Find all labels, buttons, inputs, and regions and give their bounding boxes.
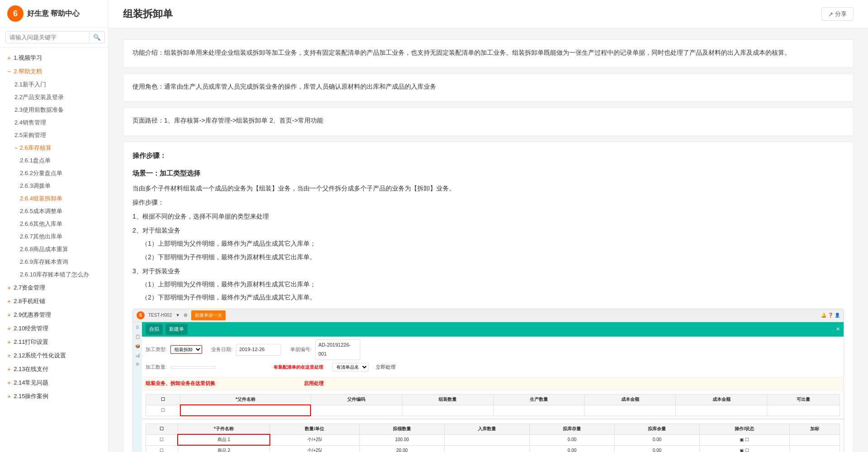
mock-label-type: 加工类型: bbox=[146, 345, 167, 354]
sidebar-item-bookfix[interactable]: 2.6.10库存账本错了怎么办 bbox=[0, 268, 108, 281]
plus-icon: + bbox=[7, 284, 11, 291]
scenario1-desc: 当由多个子件材料组装成一个成品的业务为【组装】业务，当由一个父件拆分成多个子产品… bbox=[132, 183, 844, 194]
sidebar-item-coupon[interactable]: + 2.9优惠券管理 bbox=[0, 308, 108, 322]
step2-sub2: （2）下部明细为子件明细，最终作为原材料生成其它出库单。 bbox=[142, 252, 844, 263]
intro-box-2: 使用角色：通常由生产人员或库管人员完成拆装业务的操作，库管人员确认原材料的出库和… bbox=[123, 73, 854, 102]
plus-icon: + bbox=[7, 379, 11, 386]
step1-text: 1、根据不同的业务，选择不同单据的类型来处理 bbox=[132, 211, 844, 222]
mock-select-clearlist[interactable]: 有清单品名 bbox=[332, 363, 368, 371]
mock-th-avail: 可出量 bbox=[767, 395, 840, 405]
mock-dropdown-icon: ▼ bbox=[175, 311, 180, 319]
sidebar-item-customize[interactable]: + 2.12系统个性化设置 bbox=[0, 349, 108, 362]
sidebar-sub-label: 2.6库存核算 bbox=[20, 144, 52, 152]
mock-label-id: 单据编号: bbox=[290, 345, 311, 354]
sidebar-item-label: 2.15操作案例 bbox=[14, 392, 48, 400]
sidebar-item-otheroutstock[interactable]: 2.6.7其他出库单 bbox=[0, 230, 108, 243]
mock-td-cost1 bbox=[585, 405, 676, 416]
mock-td-name bbox=[180, 405, 311, 416]
mock-ltd-name-2: 商品 2 bbox=[178, 445, 269, 452]
mock-ltd-in-2 bbox=[444, 445, 529, 452]
mock-settings-icon: ⚙ bbox=[184, 311, 188, 319]
mock-ltd-unit-2: 个/+25/ bbox=[270, 445, 360, 452]
mock-lth-planqty: 拟领数量 bbox=[359, 424, 444, 435]
mock-parent-input[interactable] bbox=[232, 408, 259, 413]
mock-ltd-cb-1: ☐ bbox=[146, 434, 178, 445]
mock-ltd-pr-2: 0.00 bbox=[614, 445, 699, 452]
plus-icon: + bbox=[7, 393, 11, 400]
sidebar-header: 6 好生意 帮助中心 bbox=[0, 0, 108, 28]
mock-lth-opstate: 操作/状态 bbox=[699, 424, 789, 435]
plus-icon: + bbox=[7, 54, 11, 62]
sidebar-item-mobile[interactable]: + 2.8手机旺铺 bbox=[0, 295, 108, 308]
sidebar-item-inventorybook[interactable]: 2.6.9库存账本查询 bbox=[0, 256, 108, 268]
sidebar-item-install[interactable]: 2.2产品安装及登录 bbox=[0, 91, 108, 104]
sidebar-item-label: 2.8手机旺铺 bbox=[14, 297, 45, 305]
sidebar-item-faq[interactable]: + 2.14常见问题 bbox=[0, 376, 108, 390]
steps-box: 操作步骤： 场景一：加工类型选择 当由多个子件材料组装成一个成品的业务为【组装】… bbox=[123, 142, 854, 452]
mock-lower-header-row: ☐ *子件名称 数量/单位 拟领数量 入库数量 拟库存量 拟库余量 操作/状态 bbox=[146, 424, 840, 435]
main-panel: 组装拆卸单 ↗ 分享 功能介绍：组装拆卸单用来处理企业组装或拆卸等加工业务，支持… bbox=[108, 0, 868, 452]
sidebar-item-assembly[interactable]: 2.6.4组装拆卸单 bbox=[0, 192, 108, 205]
mock-lth-planstock: 拟库存量 bbox=[529, 424, 614, 435]
sidebar-item-sales[interactable]: 2.4销售管理 bbox=[0, 116, 108, 129]
mock-ltd-ops-2: ▣ ☐ bbox=[699, 445, 789, 452]
scenario1-title: 场景一：加工类型选择 bbox=[132, 167, 844, 179]
mock-lower-thead: ☐ *子件名称 数量/单位 拟领数量 入库数量 拟库存量 拟库余量 操作/状态 bbox=[146, 424, 840, 435]
sidebar-item-label: 2.9优惠券管理 bbox=[14, 311, 51, 319]
minus-icon: − bbox=[7, 68, 11, 75]
logo-text: 好生意 帮助中心 bbox=[27, 9, 80, 19]
sidebar-sub-label: 2.3使用前数据准备 bbox=[14, 106, 64, 114]
share-icon: ↗ bbox=[828, 11, 833, 18]
mock-nav-icon-4: 📊 bbox=[135, 352, 140, 359]
share-button[interactable]: ↗ 分享 bbox=[821, 7, 854, 21]
sidebar-item-label: 2.12系统个性化设置 bbox=[14, 352, 66, 360]
mock-ltd-cb-2: ☐ bbox=[146, 445, 178, 452]
sidebar-item-otherinstock[interactable]: 2.6.6其他入库单 bbox=[0, 218, 108, 230]
sidebar-item-purchase[interactable]: 2.5采购管理 bbox=[0, 129, 108, 142]
sidebar-item-partcount[interactable]: 2.6.2分量盘点单 bbox=[0, 167, 108, 180]
mock-upper-header-row: ☐ *父件名称 父件编码 组装数量 生产数量 成本金额 成本金额 可出量 bbox=[146, 395, 840, 405]
mock-ltd-in-1 bbox=[444, 434, 529, 445]
mock-icons-right: 🔔 ❓ 👤 bbox=[821, 311, 840, 319]
step2-text: 2、对于组装业务 bbox=[132, 225, 844, 236]
mock-label-date: 业务日期: bbox=[211, 345, 232, 354]
mock-select-type[interactable]: 组装拆卸 bbox=[170, 345, 202, 354]
steps-title: 操作步骤： bbox=[132, 149, 844, 162]
mock-th-checkbox: ☐ bbox=[146, 395, 180, 405]
mock-td-qty bbox=[402, 405, 493, 416]
mock-annotation-band: 组装业务、拆卸业务在这里切换 启用处理 bbox=[142, 377, 844, 390]
sidebar-item-stockcount[interactable]: 2.6.1盘点单 bbox=[0, 154, 108, 167]
mock-nav-icon-5: ⚙ bbox=[136, 361, 139, 368]
sidebar-item-finance[interactable]: + 2.7资金管理 bbox=[0, 281, 108, 295]
sidebar-item-transfer[interactable]: 2.6.3调拨单 bbox=[0, 180, 108, 192]
sidebar-sub-label: 2.5采购管理 bbox=[14, 131, 46, 139]
logo-icon: 6 bbox=[7, 5, 24, 22]
sidebar-item-costrecalc[interactable]: 2.6.8商品成本重算 bbox=[0, 243, 108, 256]
mock-doc-area: 自拟 新建单 ✕ 加工类型: 组装拆卸 bbox=[142, 322, 844, 452]
sidebar-item-inventory[interactable]: − 2.6库存核算 bbox=[0, 142, 108, 154]
mock-upper-table-area: ☐ *父件名称 父件编码 组装数量 生产数量 成本金额 成本金额 可出量 bbox=[142, 390, 844, 418]
op-steps-title: 操作步骤： bbox=[132, 197, 844, 208]
sidebar-item-payment[interactable]: + 2.13在线支付 bbox=[0, 362, 108, 376]
plus-icon: + bbox=[7, 338, 11, 346]
sidebar-item-newuser[interactable]: 2.1新手入门 bbox=[0, 78, 108, 91]
sidebar-item-docs[interactable]: − 2.帮助文档 bbox=[0, 65, 108, 78]
sidebar-item-video[interactable]: + 1.视频学习 bbox=[0, 51, 108, 65]
mock-ltd-name-1: 商品 1 bbox=[178, 434, 269, 445]
mock-upper-table: ☐ *父件名称 父件编码 组装数量 生产数量 成本金额 成本金额 可出量 bbox=[146, 394, 840, 416]
mock-app-body: ☰ 📋 📦 📊 ⚙ 自拟 新建单 bbox=[133, 322, 844, 452]
table-row: ☐ 商品 2 个/+25/ 20.00 0.00 0.00 ▣ ☐ bbox=[146, 445, 840, 452]
sidebar-item-costadjust[interactable]: 2.6.5成本调整单 bbox=[0, 205, 108, 218]
search-button[interactable]: 🔍 bbox=[90, 31, 105, 43]
mock-tab-zizu: 自拟 bbox=[146, 324, 163, 335]
sidebar-item-operations[interactable]: + 2.10经营管理 bbox=[0, 322, 108, 335]
search-input[interactable] bbox=[5, 31, 90, 43]
sidebar-item-print[interactable]: + 2.11打印设置 bbox=[0, 335, 108, 349]
sidebar-item-cases[interactable]: + 2.15操作案例 bbox=[0, 390, 108, 403]
mock-ltd-flag-1 bbox=[789, 434, 840, 445]
sidebar-item-dataprep[interactable]: 2.3使用前数据准备 bbox=[0, 104, 108, 116]
mock-th-prod-qty: 生产数量 bbox=[493, 395, 585, 405]
mock-tab-new: 新建单 bbox=[165, 324, 188, 335]
sidebar: 6 好生意 帮助中心 🔍 + 1.视频学习 − 2.帮助文档 2.1新手入门 2… bbox=[0, 0, 108, 452]
mock-nav-icon-1: ☰ bbox=[136, 324, 139, 331]
